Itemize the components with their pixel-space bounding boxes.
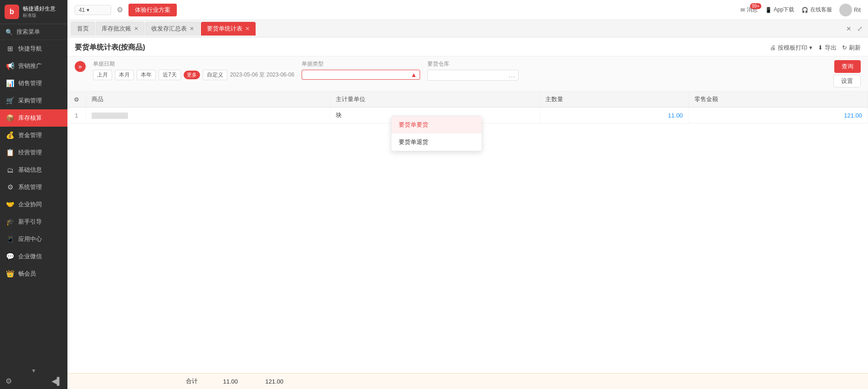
expand-tabs-icon[interactable]: ⤢ — [855, 24, 864, 33]
warehouse-more-icon[interactable]: … — [508, 71, 515, 79]
type-filter-input-wrap: ▲ — [302, 70, 420, 80]
sidebar-item-marketing[interactable]: 📢 营销推广 — [0, 57, 67, 75]
sidebar-item-enterprise[interactable]: 🤝 企业协同 — [0, 196, 67, 213]
date-custom-btn[interactable]: 自定义 — [203, 70, 227, 80]
topbar-user[interactable]: Rit — [839, 4, 861, 16]
page-title: 要货单统计表(按商品) — [75, 43, 145, 52]
topbar-app-download[interactable]: 📱 App下载 — [765, 6, 794, 14]
sidebar-item-guide[interactable]: 🎓 新手引导 — [0, 213, 67, 230]
company-select[interactable]: 41 ▾ — [75, 5, 111, 15]
sidebar-item-member[interactable]: 👑 畅会员 — [0, 265, 67, 282]
query-button[interactable]: 查询 — [834, 60, 861, 73]
basic-icon: 🗂 — [5, 166, 15, 174]
col-settings[interactable]: ⚙ — [67, 92, 86, 107]
date-filter-row: 上月 本月 本年 近7天 更多 自定义 2023-05-06 至 2023-06… — [93, 70, 294, 80]
date-last-month-btn[interactable]: 上月 — [93, 70, 112, 80]
purchase-icon: 🛒 — [5, 97, 15, 105]
warehouse-filter-input-wrap: … — [427, 70, 519, 81]
sidebar-item-sales[interactable]: 📊 销售管理 — [0, 75, 67, 92]
trial-button[interactable]: 体验行业方案 — [128, 4, 177, 16]
filter-area: » 单据日期 上月 本月 本年 近7天 更多 自定义 2023-05-06 至 … — [67, 56, 868, 92]
date-this-month-btn[interactable]: 本月 — [115, 70, 134, 80]
dropdown-item-order-goods[interactable]: 要货单要货 — [391, 116, 482, 133]
refresh-icon: ↻ — [842, 44, 847, 51]
system-icon: ⚙ — [5, 183, 15, 191]
type-dropdown-menu: 要货单要货 要货单退货 — [391, 116, 482, 151]
sidebar-item-quick-nav[interactable]: ⊞ 快捷导航 — [0, 40, 67, 57]
filter-date-group: 单据日期 上月 本月 本年 近7天 更多 自定义 2023-05-06 至 20… — [93, 60, 294, 80]
tab-receive-summary[interactable]: 收发存汇总表 ✕ — [145, 22, 200, 36]
quick-nav-icon: ⊞ — [5, 45, 15, 53]
app-logo: b — [5, 5, 19, 19]
row-index: 1 — [67, 107, 86, 123]
footer-label: 合计 — [73, 377, 198, 385]
topbar-left: 41 ▾ ⚙ 体验行业方案 — [75, 4, 735, 16]
sidebar-item-basic[interactable]: 🗂 基础信息 — [0, 161, 67, 179]
footer-menu-icon[interactable]: ◀▌ — [51, 377, 62, 385]
sidebar-search-btn[interactable]: 🔍 搜索菜单 — [0, 24, 67, 40]
table-header-row: ⚙ 商品 主计量单位 主数量 零售金额 — [67, 92, 868, 107]
message-icon: ✉ — [740, 7, 745, 13]
tab-close-receive-summary[interactable]: ✕ — [190, 26, 194, 32]
sidebar-item-inventory[interactable]: 📦 库存核算 — [0, 109, 67, 127]
topbar: 41 ▾ ⚙ 体验行业方案 ✉ 消息 99+ 📱 App下载 🎧 在线客服 R — [67, 0, 868, 20]
guide-icon: 🎓 — [5, 218, 15, 226]
footer-settings-icon[interactable]: ⚙ — [5, 377, 12, 385]
warehouse-filter-input[interactable] — [431, 72, 508, 79]
content-area: 要货单统计表(按商品) 🖨 按模板打印 ▾ ⬇ 导出 ↻ 刷新 — [67, 37, 868, 389]
sidebar-item-finance[interactable]: 💰 资金管理 — [0, 127, 67, 144]
type-filter-input[interactable] — [305, 72, 411, 78]
topbar-right: ✉ 消息 99+ 📱 App下载 🎧 在线客服 Rit — [740, 4, 861, 16]
footer-quantity: 11.00 — [198, 378, 243, 385]
refresh-button[interactable]: ↻ 刷新 — [842, 44, 861, 52]
topbar-message-btn[interactable]: ✉ 消息 99+ — [740, 6, 758, 14]
sidebar-item-purchase[interactable]: 🛒 采购管理 — [0, 92, 67, 109]
member-icon: 👑 — [5, 270, 15, 278]
sidebar-header: b 畅捷通好生意 标准版 — [0, 0, 67, 24]
export-icon: ⬇ — [818, 44, 823, 51]
print-icon: 🖨 — [770, 44, 776, 51]
sidebar: b 畅捷通好生意 标准版 🔍 搜索菜单 ⊞ 快捷导航 📢 营销推广 📊 销售管理… — [0, 0, 67, 389]
sidebar-item-system[interactable]: ⚙ 系统管理 — [0, 179, 67, 196]
tab-order-stats[interactable]: 要货单统计表 ✕ — [201, 22, 256, 36]
tab-close-order-stats[interactable]: ✕ — [245, 26, 250, 32]
chevron-down-icon: ▾ — [87, 7, 89, 13]
filter-expand-button[interactable]: » — [75, 61, 86, 72]
dropdown-item-order-return[interactable]: 要货单退货 — [391, 133, 482, 151]
date-filter-label: 单据日期 — [93, 60, 294, 68]
sales-icon: 📊 — [5, 79, 15, 87]
row-product — [86, 107, 330, 123]
apps-icon: 📱 — [5, 235, 15, 243]
sidebar-item-operation[interactable]: 📋 经营管理 — [0, 144, 67, 161]
sidebar-scroll-down[interactable]: ▼ — [0, 366, 67, 375]
settings-button[interactable]: 设置 — [833, 75, 861, 87]
close-all-tabs-icon[interactable]: ✕ — [844, 24, 853, 33]
type-filter-label: 单据类型 — [302, 60, 420, 68]
enterprise-icon: 🤝 — [5, 200, 15, 209]
main-area: 41 ▾ ⚙ 体验行业方案 ✉ 消息 99+ 📱 App下载 🎧 在线客服 R — [67, 0, 868, 389]
tabbar: 首页 库存批次账 ✕ 收发存汇总表 ✕ 要货单统计表 ✕ ✕ ⤢ — [67, 20, 868, 37]
app-title: 畅捷通好生意 标准版 — [23, 5, 56, 19]
expand-icon: » — [78, 63, 82, 70]
type-filter-arrow-icon[interactable]: ▲ — [411, 71, 417, 78]
tab-close-inventory-batch[interactable]: ✕ — [134, 26, 139, 32]
export-button[interactable]: ⬇ 导出 — [818, 44, 837, 52]
tab-home[interactable]: 首页 — [71, 22, 95, 36]
phone-icon: 📱 — [765, 7, 772, 13]
date-more-badge[interactable]: 更多 — [184, 71, 200, 79]
user-avatar — [839, 4, 852, 16]
topbar-settings-icon[interactable]: ⚙ — [115, 4, 125, 16]
date-7days-btn[interactable]: 近7天 — [159, 70, 181, 80]
topbar-online-service[interactable]: 🎧 在线客服 — [801, 6, 832, 14]
print-button[interactable]: 🖨 按模板打印 ▾ — [770, 44, 812, 52]
sidebar-item-wechat[interactable]: 💬 企业微信 — [0, 248, 67, 265]
headset-icon: 🎧 — [801, 7, 808, 13]
filter-type-group: 单据类型 ▲ — [302, 60, 420, 80]
col-product: 商品 — [86, 92, 330, 107]
date-this-year-btn[interactable]: 本年 — [137, 70, 156, 80]
sidebar-item-apps[interactable]: 📱 应用中心 — [0, 230, 67, 248]
warehouse-filter-label: 要货仓库 — [427, 60, 519, 68]
page-header: 要货单统计表(按商品) 🖨 按模板打印 ▾ ⬇ 导出 ↻ 刷新 — [67, 37, 868, 56]
column-settings-icon: ⚙ — [74, 96, 79, 103]
tab-inventory-batch[interactable]: 库存批次账 ✕ — [96, 22, 144, 36]
